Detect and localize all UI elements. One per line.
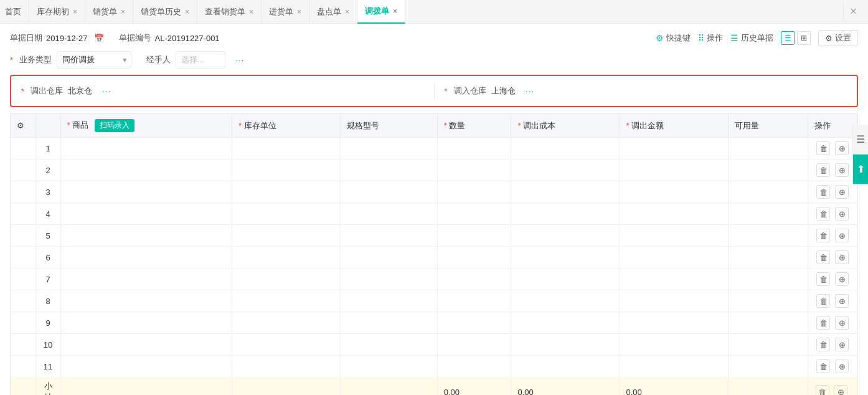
- row-unit-2[interactable]: [232, 159, 341, 181]
- row-product-6[interactable]: [60, 247, 232, 269]
- scan-input-btn[interactable]: 扫码录入: [95, 119, 134, 132]
- row-spec-7[interactable]: [341, 269, 438, 290]
- row-amount-7[interactable]: [620, 269, 728, 290]
- row-product-9[interactable]: [60, 312, 232, 334]
- row-spec-8[interactable]: [341, 290, 438, 312]
- tab-inventory-init[interactable]: 库存期初 ×: [29, 0, 85, 24]
- row-delete-icon-2[interactable]: 🗑: [816, 163, 830, 177]
- row-product-1[interactable]: [60, 138, 232, 159]
- row-unit-10[interactable]: [232, 334, 341, 356]
- row-qty-1[interactable]: [437, 138, 511, 159]
- warehouse-in-more-btn[interactable]: ···: [526, 86, 535, 96]
- row-amount-9[interactable]: [620, 312, 728, 334]
- row-unit-8[interactable]: [232, 290, 341, 312]
- row-product-5[interactable]: [60, 225, 232, 247]
- row-product-8[interactable]: [60, 290, 232, 312]
- row-product-7[interactable]: [60, 269, 232, 290]
- tab-sales-order[interactable]: 销货单 ×: [85, 0, 133, 24]
- sidebar-list-icon[interactable]: ☰: [853, 125, 868, 155]
- row-copy-icon-7[interactable]: ⊕: [835, 272, 849, 286]
- layout-list-icon[interactable]: ☰: [781, 31, 795, 45]
- row-spec-9[interactable]: [341, 312, 438, 334]
- row-copy-icon-3[interactable]: ⊕: [835, 185, 849, 199]
- row-cost-1[interactable]: [511, 138, 620, 159]
- row-amount-5[interactable]: [620, 225, 728, 247]
- row-cost-2[interactable]: [511, 159, 620, 181]
- setting-button[interactable]: ⚙ 设置: [818, 30, 858, 46]
- warehouse-in-value[interactable]: 上海仓: [491, 85, 516, 97]
- tab-close-sales-order[interactable]: ×: [121, 7, 125, 16]
- row-product-4[interactable]: [60, 203, 232, 225]
- row-unit-1[interactable]: [232, 138, 341, 159]
- row-amount-10[interactable]: [620, 334, 728, 356]
- row-product-2[interactable]: [60, 159, 232, 181]
- row-cost-4[interactable]: [511, 203, 620, 225]
- tab-sales-history[interactable]: 销货单历史 ×: [133, 0, 197, 24]
- row-copy-icon-9[interactable]: ⊕: [835, 316, 849, 330]
- row-delete-icon-6[interactable]: 🗑: [816, 250, 830, 264]
- row-spec-3[interactable]: [341, 181, 438, 203]
- row-cost-8[interactable]: [511, 290, 620, 312]
- row-delete-icon-11[interactable]: 🗑: [816, 359, 830, 373]
- row-copy-icon-11[interactable]: ⊕: [835, 359, 849, 373]
- row-amount-6[interactable]: [620, 247, 728, 269]
- row-copy-icon-5[interactable]: ⊕: [835, 229, 849, 242]
- subtotal-delete-icon[interactable]: 🗑: [816, 385, 829, 395]
- row-spec-6[interactable]: [341, 247, 438, 269]
- row-delete-icon-3[interactable]: 🗑: [816, 185, 830, 199]
- tab-transfer[interactable]: 调拨单 ×: [357, 0, 405, 24]
- tab-close-view-sales[interactable]: ×: [249, 7, 253, 16]
- tab-purchase-order[interactable]: 进货单 ×: [262, 0, 309, 24]
- warehouse-out-more-btn[interactable]: ···: [102, 86, 111, 96]
- row-qty-7[interactable]: [437, 269, 511, 290]
- history-btn[interactable]: ☰ 历史单据: [730, 32, 773, 44]
- row-amount-4[interactable]: [620, 203, 728, 225]
- operations-btn[interactable]: ⠿ 操作: [698, 32, 723, 44]
- row-product-3[interactable]: [60, 181, 232, 203]
- row-spec-10[interactable]: [341, 334, 438, 356]
- warehouse-out-value[interactable]: 北京仓: [68, 85, 92, 97]
- subtotal-copy-icon[interactable]: ⊕: [834, 385, 847, 395]
- business-type-select[interactable]: 同价调拨 ▼: [57, 51, 131, 69]
- row-delete-icon-8[interactable]: 🗑: [816, 294, 830, 308]
- tab-close-sales-history[interactable]: ×: [185, 7, 189, 16]
- row-qty-9[interactable]: [437, 312, 511, 334]
- row-qty-6[interactable]: [437, 247, 511, 269]
- row-copy-icon-1[interactable]: ⊕: [835, 141, 849, 155]
- person-select[interactable]: 选择...: [176, 51, 225, 69]
- row-cost-10[interactable]: [511, 334, 620, 356]
- tab-home[interactable]: 首页: [5, 0, 29, 24]
- row-copy-icon-4[interactable]: ⊕: [835, 207, 849, 221]
- row-qty-3[interactable]: [437, 181, 511, 203]
- row-product-10[interactable]: [60, 334, 232, 356]
- tab-stocktake[interactable]: 盘点单 ×: [309, 0, 357, 24]
- row-spec-5[interactable]: [341, 225, 438, 247]
- row-delete-icon-10[interactable]: 🗑: [816, 338, 830, 351]
- row-unit-4[interactable]: [232, 203, 341, 225]
- row-amount-2[interactable]: [620, 159, 728, 181]
- tab-close-transfer[interactable]: ×: [393, 7, 397, 16]
- row-qty-5[interactable]: [437, 225, 511, 247]
- row-copy-icon-10[interactable]: ⊕: [835, 338, 849, 351]
- tab-close-inventory-init[interactable]: ×: [73, 7, 77, 16]
- row-copy-icon-8[interactable]: ⊕: [835, 294, 849, 308]
- row-delete-icon-4[interactable]: 🗑: [816, 207, 830, 221]
- row-unit-6[interactable]: [232, 247, 341, 269]
- row-amount-3[interactable]: [620, 181, 728, 203]
- row-delete-icon-5[interactable]: 🗑: [816, 229, 830, 242]
- row-qty-10[interactable]: [437, 334, 511, 356]
- row-amount-8[interactable]: [620, 290, 728, 312]
- shortcuts-btn[interactable]: ⚙ 快捷键: [656, 32, 691, 44]
- row-delete-icon-1[interactable]: 🗑: [816, 141, 830, 155]
- date-picker-icon[interactable]: 📅: [94, 34, 104, 43]
- row-qty-4[interactable]: [437, 203, 511, 225]
- row-spec-2[interactable]: [341, 159, 438, 181]
- tab-close-purchase-order[interactable]: ×: [297, 7, 301, 16]
- row-delete-icon-9[interactable]: 🗑: [816, 316, 830, 330]
- person-more-btn[interactable]: ···: [235, 55, 245, 65]
- row-amount-1[interactable]: [620, 138, 728, 159]
- row-cost-7[interactable]: [511, 269, 620, 290]
- table-gear-icon[interactable]: ⚙: [17, 121, 24, 130]
- sidebar-export-icon[interactable]: ⬆: [853, 155, 868, 184]
- row-unit-9[interactable]: [232, 312, 341, 334]
